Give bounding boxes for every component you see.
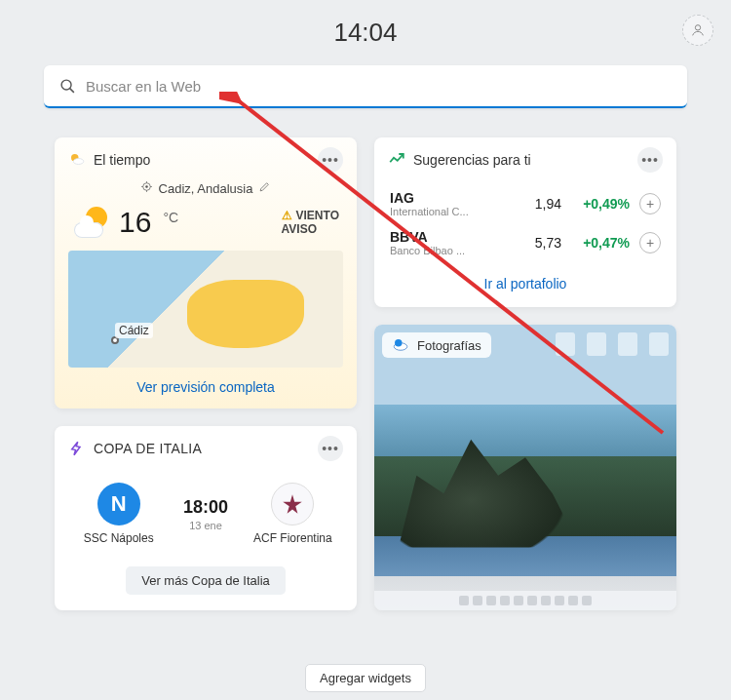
svg-point-0	[695, 25, 700, 30]
weather-location[interactable]: Cadiz, Andalusia	[55, 180, 357, 196]
match-row: N SSC Nápoles 18:00 13 ene ACF Fiorentin…	[55, 467, 357, 555]
weather-widget[interactable]: El tiempo ••• Cadiz, Andalusia 16 °C ⚠VI…	[55, 137, 357, 408]
sports-more-link[interactable]: Ver más Copa de Italia	[126, 566, 286, 595]
team-away[interactable]: ACF Fiorentina	[249, 483, 336, 545]
svg-line-2	[70, 88, 74, 92]
sports-widget[interactable]: COPA DE ITALIA ••• N SSC Nápoles 18:00 1…	[55, 426, 357, 610]
user-icon	[690, 22, 706, 38]
stock-price: 5,73	[503, 235, 561, 251]
sports-icon	[68, 440, 86, 457]
svg-point-4	[73, 159, 84, 165]
stocks-icon	[388, 151, 405, 169]
team-home-logo: N	[97, 483, 140, 525]
weather-forecast-link[interactable]: Ver previsión completa	[55, 368, 357, 408]
match-time: 18:00 13 ene	[183, 497, 228, 531]
stock-add-button[interactable]: +	[639, 232, 661, 253]
stock-change: +0,49%	[561, 196, 630, 212]
stock-symbol: BBVA	[390, 229, 503, 245]
photos-icon	[392, 336, 409, 354]
weather-menu-button[interactable]: •••	[318, 147, 343, 173]
clock: 14:04	[0, 18, 731, 48]
weather-map[interactable]: Cádiz	[68, 251, 343, 368]
user-avatar[interactable]	[682, 15, 713, 46]
stock-change: +0,47%	[561, 235, 630, 251]
team-away-logo	[271, 483, 314, 525]
photos-widget[interactable]: Fotografías	[374, 325, 676, 610]
svg-point-12	[395, 339, 403, 347]
suggestions-menu-button[interactable]: •••	[637, 147, 663, 173]
sports-title: COPA DE ITALIA	[94, 441, 202, 456]
photo-taskbar	[374, 591, 676, 610]
portfolio-link[interactable]: Ir al portafolio	[374, 262, 676, 307]
search-input[interactable]	[86, 78, 672, 95]
weather-title: El tiempo	[94, 152, 150, 168]
alert-line-1: VIENTO	[296, 209, 339, 222]
stock-company: International C...	[390, 206, 503, 217]
suggestions-widget[interactable]: Sugerencias para ti ••• IAG Internationa…	[374, 137, 676, 307]
add-widgets-button[interactable]: Agregar widgets	[305, 664, 426, 692]
search-icon	[59, 78, 76, 95]
team-away-name: ACF Fiorentina	[249, 531, 336, 545]
match-time-value: 18:00	[183, 497, 228, 518]
weather-location-name: Cadiz, Andalusia	[159, 181, 253, 196]
desktop-icons-row	[556, 332, 669, 356]
search-bar[interactable]	[44, 65, 687, 108]
team-home-name: SSC Nápoles	[75, 531, 163, 545]
temp-value: 16	[119, 206, 151, 239]
edit-location-icon[interactable]	[258, 180, 271, 196]
team-home[interactable]: N SSC Nápoles	[75, 483, 163, 545]
suggestions-title: Sugerencias para ti	[413, 152, 531, 168]
stock-price: 1,94	[503, 196, 561, 212]
svg-point-6	[145, 185, 147, 187]
svg-point-1	[61, 80, 71, 90]
photo-thumbnail	[374, 325, 676, 610]
alert-warning-icon: ⚠	[282, 209, 292, 222]
stock-row[interactable]: IAG International C... 1,94 +0,49% +	[390, 184, 661, 223]
weather-condition-icon	[72, 207, 111, 238]
location-target-icon	[140, 180, 153, 196]
stock-add-button[interactable]: +	[639, 193, 661, 214]
weather-temperature: 16 °C	[72, 206, 178, 239]
weather-icon	[68, 151, 86, 169]
map-city-label: Cádiz	[115, 323, 153, 338]
photos-title: Fotografías	[417, 338, 481, 353]
sports-menu-button[interactable]: •••	[318, 436, 343, 461]
temp-unit: °C	[163, 210, 178, 225]
match-date: 13 ene	[183, 520, 228, 531]
alert-line-2: AVISO	[282, 222, 339, 236]
stock-company: Banco Bilbao ...	[390, 245, 503, 256]
stock-symbol: IAG	[390, 190, 503, 206]
weather-alert: ⚠VIENTO AVISO	[282, 209, 339, 236]
stock-row[interactable]: BBVA Banco Bilbao ... 5,73 +0,47% +	[390, 223, 661, 262]
